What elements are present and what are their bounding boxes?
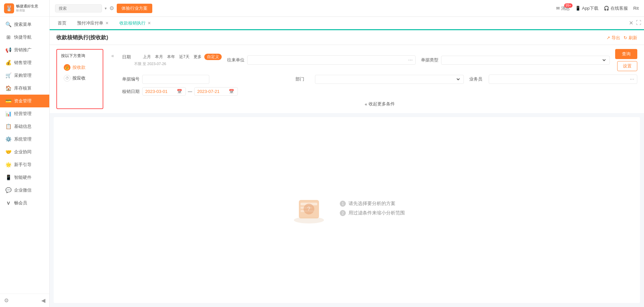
date-last-month[interactable]: 上月 — [142, 54, 152, 60]
logo-icon: 🐰 — [4, 3, 14, 13]
sidebar-item-quick-nav[interactable]: ⊞ 快捷导航 — [0, 31, 49, 44]
filter-row-3: 核销日期 📅 — 📅 — [122, 87, 637, 96]
online-service-button[interactable]: 🎧 在线客服 — [604, 5, 628, 11]
filter-row-2: 单据编号 部门 业务员 — [122, 74, 637, 84]
doc-type-dropdown[interactable] — [444, 57, 607, 63]
export-button[interactable]: ↗ 导出 — [606, 35, 620, 41]
doc-type-label: 单据类型 — [421, 57, 438, 63]
page-title-row: 收款核销执行(按收款) ↗ 导出 ↻ 刷新 — [56, 34, 637, 45]
calendar-end-icon[interactable]: 📅 — [229, 89, 234, 94]
tab-prepay-close[interactable]: ✕ — [105, 21, 109, 25]
doc-num-filter-group: 单据编号 — [122, 75, 290, 84]
verify-date-end-input[interactable] — [197, 89, 227, 94]
date-unlimited: 不限 至 2023-07-26 — [134, 61, 166, 66]
sidebar-item-label: 系统管理 — [14, 136, 32, 142]
refresh-icon: ↻ — [624, 35, 627, 40]
sidebar-item-purchase[interactable]: 🛒 采购管理 — [0, 69, 49, 82]
doc-type-select[interactable] — [441, 56, 610, 65]
staff-select[interactable]: ··· — [489, 74, 637, 84]
tab-home[interactable]: 首页 — [52, 17, 72, 30]
staff-dots[interactable]: ··· — [630, 76, 634, 82]
empty-tip-2: 2 用过滤条件来缩小分析范围 — [340, 210, 405, 216]
sidebar-item-system[interactable]: ⚙️ 系统管理 — [0, 133, 49, 146]
collapse-sidebar-icon[interactable]: ◀ — [41, 297, 45, 304]
logo: 🐰 畅捷通好生意 标准版 — [0, 0, 49, 17]
date-7days[interactable]: 近7天 — [178, 54, 191, 60]
doc-num-input[interactable] — [142, 75, 209, 84]
query-option-by-receipt[interactable]: 💰 按收款 — [61, 62, 99, 73]
sidebar-item-guide[interactable]: 🌟 新手引导 — [0, 158, 49, 171]
receipt-icon: 💰 — [64, 64, 70, 71]
solution-button[interactable]: 体验行业方案 — [117, 4, 152, 13]
date-more[interactable]: 更多 — [192, 54, 203, 60]
sidebar-item-label: 经营管理 — [14, 111, 32, 117]
messages-button[interactable]: ✉ 消息 99+ — [556, 5, 570, 11]
tab-prepay[interactable]: 预付冲应付单 ✕ — [72, 17, 114, 30]
tip-text-1: 请先选择要分析的方案 — [348, 201, 395, 207]
tab-collect-cancel-close[interactable]: ✕ — [148, 21, 151, 25]
sidebar-item-inventory[interactable]: 🏠 库存核算 — [0, 82, 49, 95]
date-this-year[interactable]: 本年 — [166, 54, 176, 60]
filter-form: 日期 上月 本月 本年 近7天 更多 自定义 不限 至 2023-07-26 — [122, 49, 637, 109]
topbar-arrow-icon[interactable]: ▾ — [105, 6, 107, 11]
sidebar-item-management[interactable]: 📊 经营管理 — [0, 107, 49, 120]
collapse-icon: « — [365, 102, 367, 107]
app-label: App下载 — [582, 5, 598, 11]
date-label: 日期 — [122, 54, 139, 60]
tip-num-1: 1 — [340, 201, 346, 207]
sidebar-item-wechat[interactable]: 💬 企业微信 — [0, 184, 49, 197]
collapse-label: 收起更多条件 — [369, 101, 395, 107]
sidebar-item-enterprise[interactable]: 🤝 企业协同 — [0, 146, 49, 158]
partner-dots[interactable]: ··· — [408, 57, 413, 63]
search-icon: 🔍 — [5, 21, 11, 28]
user-profile[interactable]: Rit — [633, 6, 639, 11]
empty-illustration: ? — [289, 190, 329, 230]
tab-expand-icon[interactable]: ⛶ — [636, 20, 641, 26]
refresh-button[interactable]: ↻ 刷新 — [624, 35, 637, 41]
dept-select[interactable] — [315, 75, 464, 84]
topbar-search-input[interactable] — [55, 4, 102, 12]
username: Rit — [633, 6, 639, 11]
calendar-start-icon[interactable]: 📅 — [177, 89, 182, 94]
sidebar-item-label: 销售管理 — [14, 60, 32, 66]
sidebar-item-hardware[interactable]: 📱 智能硬件 — [0, 171, 49, 184]
verify-date-start-input[interactable] — [145, 89, 175, 94]
collapse-more-button[interactable]: « 收起更多条件 — [122, 99, 637, 109]
sidebar-item-finance[interactable]: 💳 资金管理 — [0, 95, 49, 107]
tab-collect-cancel[interactable]: 收款核销执行 ✕ — [114, 17, 156, 30]
wechat-icon: 💬 — [5, 187, 11, 193]
staff-label: 业务员 — [469, 76, 486, 82]
collapse-panel-button[interactable]: « — [109, 52, 117, 60]
query-button[interactable]: 查询 — [615, 49, 637, 59]
topbar-gear-icon[interactable]: ⚙ — [109, 5, 114, 11]
settings-bottom-icon[interactable]: ⚙ — [4, 297, 9, 304]
page-actions: ↗ 导出 ↻ 刷新 — [606, 35, 637, 41]
sidebar-item-sales[interactable]: 💰 销售管理 — [0, 56, 49, 69]
home-icon: ⊞ — [5, 34, 11, 40]
sidebar-item-member[interactable]: V 畅会员 — [0, 197, 49, 209]
sidebar-item-label: 快捷导航 — [14, 34, 32, 40]
doc-type-filter-group: 单据类型 — [421, 56, 610, 65]
date-custom[interactable]: 自定义 — [204, 54, 222, 60]
dept-dropdown[interactable] — [318, 76, 461, 82]
staff-filter-group: 业务员 ··· — [469, 74, 637, 84]
topbar-right: ✉ 消息 99+ 📱 App下载 🎧 在线客服 Rit — [556, 5, 639, 11]
sidebar-item-basic[interactable]: 📋 基础信息 — [0, 120, 49, 133]
sidebar-item-marketing[interactable]: 📢 营销推广 — [0, 44, 49, 56]
topbar: ▾ ⚙ 体验行业方案 ✉ 消息 99+ 📱 App下载 🎧 在线客服 Rit — [50, 0, 644, 17]
query-option-by-payable[interactable]: ⏱ 按应收 — [61, 73, 99, 84]
partner-select[interactable]: ··· — [247, 55, 416, 65]
settings-button[interactable]: 设置 — [617, 61, 637, 71]
app-download-button[interactable]: 📱 App下载 — [575, 5, 598, 11]
tabbar-actions: ✕ ⛶ — [629, 20, 641, 26]
management-icon: 📊 — [5, 111, 11, 117]
sidebar-item-search[interactable]: 🔍 搜索菜单 — [0, 18, 49, 31]
message-icon: ✉ — [556, 6, 560, 11]
sidebar-item-label: 畅会员 — [14, 200, 27, 206]
dept-filter-group: 部门 — [296, 75, 464, 84]
verify-date-filter-group: 核销日期 📅 — 📅 — [122, 87, 637, 96]
tab-close-all-icon[interactable]: ✕ — [629, 20, 633, 26]
date-this-month[interactable]: 本月 — [154, 54, 164, 60]
filter-row-1: 日期 上月 本月 本年 近7天 更多 自定义 不限 至 2023-07-26 — [122, 49, 637, 71]
export-icon: ↗ — [606, 35, 610, 40]
